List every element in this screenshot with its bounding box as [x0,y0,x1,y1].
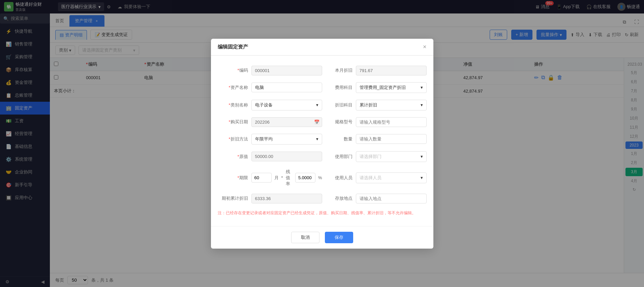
asset-name-input[interactable] [251,83,322,92]
department-label: 使用部门 [322,154,356,160]
original-value-field-row: *原值 [218,148,322,165]
save-button[interactable]: 保存 [325,232,353,243]
code-label: *编码 [218,67,251,73]
modal-title: 编辑固定资产 [218,44,248,50]
depr-subject-label: 折旧科目 [322,102,356,108]
monthly-depr-input[interactable] [356,66,427,75]
staff-label: 使用人员 [322,175,356,181]
spec-input[interactable] [356,117,427,127]
asset-name-field-row: *资产名称 [218,79,322,96]
asset-name-label: *资产名称 [218,85,251,91]
department-chevron-icon: ▾ [421,154,423,159]
expense-subject-field-row: 费用科目 管理费用_固定资产折旧 ▾ [322,79,427,96]
purchase-date-wrapper: 📅 [251,117,322,127]
location-label: 存放地点 [322,195,356,201]
category-select[interactable]: 电子设备 ▾ [251,100,322,110]
initial-depr-label: 期初累计折旧 [218,195,251,201]
period-input[interactable] [251,173,272,183]
cancel-button[interactable]: 取消 [291,232,319,243]
expense-subject-label: 费用科目 [322,85,356,91]
depr-method-chevron-icon: ▾ [316,136,318,141]
expense-chevron-icon: ▾ [421,85,423,90]
department-field-row: 使用部门 请选择部门 ▾ [322,148,427,165]
monthly-depr-label: 本月折旧 [322,67,356,73]
category-field-row: *类别名称 电子设备 ▾ [218,96,322,114]
category-chevron-icon: ▾ [316,102,318,107]
initial-depr-input[interactable] [251,194,322,203]
staff-select[interactable]: 请选择人员 ▾ [356,172,427,183]
code-input[interactable] [251,66,322,75]
depr-subject-field-row: 折旧科目 累计折旧 ▾ [322,96,427,114]
code-field-row: *编码 [218,62,322,79]
period-field-row: *期限 月 * 残值率 % [218,165,322,190]
monthly-depr-field-row: 本月折旧 [322,62,427,79]
modal-body: *编码 本月折旧 *资产名称 [211,56,433,226]
purchase-date-input[interactable] [251,117,322,127]
quantity-label: 数量 [322,136,356,142]
spec-field-row: 规格型号 [322,114,427,130]
modal-overlay: 编辑固定资产 × *编码 本月折旧 [0,0,644,287]
depr-method-select[interactable]: 年限平均 ▾ [251,134,322,145]
depr-method-field-row: *折旧方法 年限平均 ▾ [218,130,322,148]
modal-note: 注：已经存在变更记录或者对应固定资产已经生成凭证，原值、购买日期、残值率、累计折… [218,207,427,219]
modal-close-button[interactable]: × [423,43,427,51]
initial-depr-field-row: 期初累计折旧 [218,190,322,207]
department-select[interactable]: 请选择部门 ▾ [356,151,427,162]
expense-subject-select[interactable]: 管理费用_固定资产折旧 ▾ [356,82,427,93]
staff-chevron-icon: ▾ [421,175,423,180]
edit-asset-modal: 编辑固定资产 × *编码 本月折旧 [211,39,433,249]
depr-method-label: *折旧方法 [218,136,251,142]
quantity-field-row: 数量 [322,130,427,148]
original-value-input[interactable] [251,152,322,161]
purchase-date-field-row: *购买日期 📅 [218,114,322,130]
period-label: *期限 [218,175,251,181]
calendar-icon[interactable]: 📅 [314,120,319,125]
purchase-date-label: *购买日期 [218,119,251,125]
period-inline-fields: 月 * 残值率 % [251,169,322,187]
residual-rate-input[interactable] [295,173,315,183]
quantity-input[interactable] [356,134,427,144]
depr-subject-chevron-icon: ▾ [421,102,423,107]
depr-subject-select[interactable]: 累计折旧 ▾ [356,100,427,110]
modal-header: 编辑固定资产 × [211,39,433,56]
spec-label: 规格型号 [322,119,356,125]
location-input[interactable] [356,194,427,203]
modal-footer: 取消 保存 [211,226,433,249]
category-name-label: *类别名称 [218,102,251,108]
location-field-row: 存放地点 [322,190,427,207]
staff-field-row: 使用人员 请选择人员 ▾ [322,165,427,190]
original-value-label: *原值 [218,154,251,160]
